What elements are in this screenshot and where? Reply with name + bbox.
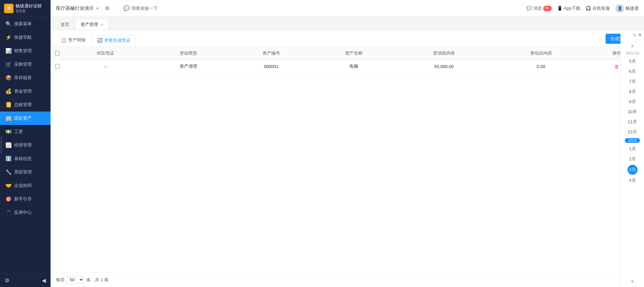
- logo-text-block: 畅捷通好业财 普及版: [16, 3, 42, 13]
- month-1[interactable]: 1月: [625, 144, 639, 154]
- table-container: 对应凭证 变动类型 资产编号 资产名称 变动前内容 变动后内容 操作: [51, 47, 644, 272]
- sidebar-item-collab[interactable]: 🤝 企业协同: [0, 179, 51, 192]
- sidebar: 财 畅捷通好业财 普及版 🔍 搜索菜单 ⚡ 快捷导航 📊 销售管理 🛒: [0, 0, 51, 287]
- row-checkbox-cell: [51, 60, 64, 73]
- app-download-button[interactable]: 📱 App下载: [557, 5, 580, 11]
- customer-service-button[interactable]: 🎧 在线客服: [586, 5, 610, 11]
- months-2023: 1月 2月 3月 4月: [621, 144, 644, 186]
- year-tag: 2023: [625, 138, 640, 143]
- sidebar-item-label: 应用中心: [14, 210, 32, 216]
- company-name: 医疗器械行业演示: [56, 5, 94, 11]
- sidebar-item-sales[interactable]: 📊 销售管理: [0, 44, 51, 58]
- delete-button[interactable]: 🗑: [614, 64, 619, 69]
- company-settings-icon[interactable]: ⚙: [105, 5, 110, 11]
- tab-home[interactable]: 首页: [56, 19, 74, 30]
- col-after-change: 变动后内容: [492, 47, 589, 60]
- sidebar-item-inventory[interactable]: 📦 库存核算: [0, 71, 51, 85]
- app-download-label: App下载: [564, 5, 580, 11]
- purchase-icon: 🛒: [5, 61, 11, 67]
- customer-service-label: 在线客服: [592, 5, 610, 11]
- scroll-down-arrow[interactable]: ▼: [621, 278, 644, 286]
- col-asset-name: 资产名称: [313, 47, 396, 60]
- logo-sub: 普及版: [16, 9, 42, 13]
- logo-icon: 财: [4, 4, 13, 13]
- per-page-label: 每页: [56, 277, 65, 283]
- subtab-change-voucher[interactable]: 🔄 变更生成凭证: [92, 35, 135, 46]
- month-5[interactable]: 5月: [625, 56, 639, 66]
- experience-button[interactable]: 💬 我要体验一下: [123, 5, 158, 11]
- col-change-type: 变动类型: [147, 47, 230, 60]
- month-4[interactable]: 4月: [625, 176, 639, 186]
- salary-icon: 💵: [5, 129, 11, 135]
- month-7[interactable]: 7月: [625, 76, 639, 87]
- month-12[interactable]: 12月: [624, 127, 640, 137]
- user-menu[interactable]: 👤 畅捷通: [615, 4, 639, 13]
- sidebar-item-search[interactable]: 🔍 搜索菜单: [0, 17, 51, 31]
- sidebar-item-sys[interactable]: 🔧 系统管理: [0, 165, 51, 179]
- side-panel-header: ⤡ ✕: [621, 30, 644, 40]
- month-2[interactable]: 2月: [625, 154, 639, 164]
- message-icon: 💬: [526, 6, 532, 11]
- sys-icon: 🔧: [5, 169, 11, 175]
- asset-table: 对应凭证 变动类型 资产编号 资产名称 变动前内容 变动后内容 操作: [51, 47, 644, 73]
- month-10[interactable]: 10月: [624, 107, 640, 117]
- sidebar-item-funds[interactable]: 💰 资金管理: [0, 85, 51, 98]
- select-all-checkbox[interactable]: [55, 51, 60, 56]
- logo-text: 畅捷通好业财: [16, 3, 42, 9]
- col-checkbox: [51, 47, 64, 60]
- sidebar-item-guide[interactable]: 🎯 新手引导: [0, 192, 51, 206]
- tab-close-icon[interactable]: ✕: [100, 23, 103, 27]
- month-9[interactable]: 9月: [625, 97, 639, 107]
- messages-badge: 99+: [543, 6, 552, 11]
- sidebar-item-ops[interactable]: 📈 经营管理: [0, 138, 51, 152]
- tab-home-label: 首页: [61, 22, 69, 28]
- sidebar-item-label: 快捷导航: [14, 34, 32, 40]
- row-checkbox[interactable]: [55, 64, 60, 69]
- experience-label: 我要体验一下: [131, 5, 158, 11]
- messages-button[interactable]: 💬 消息 99+: [526, 5, 552, 11]
- change-voucher-icon: 🔄: [97, 38, 102, 43]
- app-download-icon: 📱: [557, 6, 562, 11]
- row-voucher: --: [64, 60, 147, 73]
- inventory-icon: 📦: [5, 75, 11, 81]
- sidebar-item-ledger[interactable]: 📒 总账管理: [0, 98, 51, 111]
- subtab-asset-detail[interactable]: 📋 资产明细: [56, 35, 91, 45]
- close-panel-icon[interactable]: ✕: [638, 32, 642, 38]
- funds-icon: 💰: [5, 88, 11, 94]
- sidebar-item-label: 销售管理: [14, 48, 32, 54]
- expand-icon[interactable]: ⤡: [633, 32, 637, 38]
- tab-asset-mgmt[interactable]: 资产管理 ✕: [75, 19, 109, 30]
- sidebar-footer: ⚙ ◀: [0, 274, 51, 287]
- per-page-select[interactable]: 50 10 20 100: [67, 276, 84, 284]
- month-3-active[interactable]: 3月: [627, 165, 638, 175]
- month-11[interactable]: 11月: [624, 117, 640, 127]
- year-before-label: 2023.03: [621, 50, 644, 56]
- subtab-asset-detail-label: 资产明细: [68, 37, 86, 43]
- sidebar-item-fixed-assets[interactable]: 🏢 固定资产: [0, 111, 51, 125]
- topbar-right: 💬 消息 99+ 📱 App下载 🎧 在线客服 👤 畅捷通: [526, 4, 639, 13]
- sidebar-item-purchase[interactable]: 🛒 采购管理: [0, 58, 51, 71]
- sidebar-item-label: 经营管理: [14, 142, 32, 148]
- table-header-row: 对应凭证 变动类型 资产编号 资产名称 变动前内容 变动后内容 操作: [51, 47, 644, 60]
- col-asset-code: 资产编号: [230, 47, 313, 60]
- month-8[interactable]: 8月: [625, 87, 639, 97]
- month-6[interactable]: 6月: [625, 66, 639, 76]
- scroll-up-arrow[interactable]: ▲: [621, 41, 644, 50]
- company-selector[interactable]: 医疗器械行业演示 ▼: [56, 5, 99, 11]
- ops-icon: 📈: [5, 142, 11, 148]
- subtab-change-voucher-label: 变更生成凭证: [104, 37, 130, 43]
- sidebar-item-salary[interactable]: 💵 工资: [0, 125, 51, 138]
- settings-icon[interactable]: ⚙: [5, 277, 9, 284]
- date-panel-scroll[interactable]: 2023.03 5月 6月 7月 8月 9月 10月 11月 12月 2023 …: [621, 50, 644, 277]
- dropdown-arrow-icon: ▼: [96, 6, 99, 10]
- user-icon: 👤: [617, 6, 622, 11]
- sidebar-item-basic-info[interactable]: ℹ️ 基础信息: [0, 152, 51, 165]
- sidebar-item-app-center[interactable]: 📱 应用中心: [0, 206, 51, 219]
- collapse-icon[interactable]: ◀: [42, 277, 46, 284]
- user-name: 畅捷通: [625, 5, 639, 11]
- sidebar-item-quick-nav[interactable]: ⚡ 快捷导航: [0, 31, 51, 44]
- side-date-panel: ⤡ ✕ ▲ 2023.03 5月 6月 7月 8月 9月 10月 11月 12月: [620, 30, 644, 287]
- quick-nav-icon: ⚡: [5, 34, 11, 40]
- row-asset-code: 000001: [230, 60, 313, 73]
- sidebar-item-label: 资金管理: [14, 88, 32, 94]
